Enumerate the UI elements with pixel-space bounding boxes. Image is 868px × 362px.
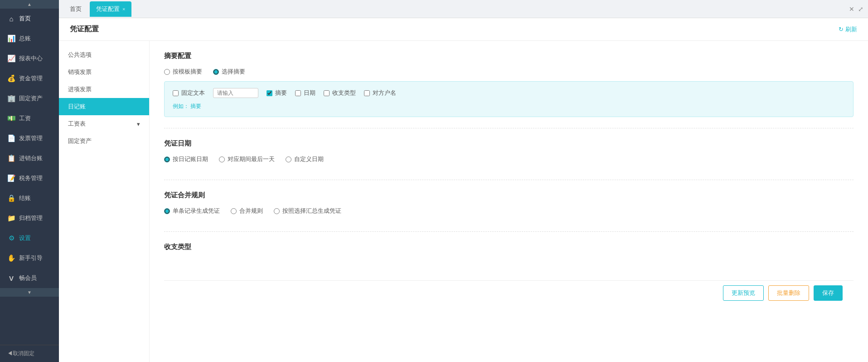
report-icon: 📈 <box>7 54 15 63</box>
footer-action-bar: 更新预览 批量删除 保存 <box>164 280 853 305</box>
ledger-icon: 📊 <box>7 34 15 43</box>
nav-item-sales-invoice[interactable]: 销项发票 <box>59 64 149 81</box>
summary-example: 例如： 摘要 <box>173 103 845 110</box>
sidebar-item-member[interactable]: V 畅会员 <box>0 268 59 288</box>
assets-icon: 🏢 <box>7 94 15 103</box>
sidebar-item-fixed-assets[interactable]: 🏢 固定资产 <box>0 88 59 108</box>
radio-single-record[interactable]: 单条记录生成凭证 <box>164 207 220 215</box>
invoice-icon: 📄 <box>7 134 15 142</box>
sidebar-item-guide[interactable]: ✋ 新手引导 <box>0 248 59 268</box>
sidebar-item-invoice-management[interactable]: 📄 发票管理 <box>0 128 59 148</box>
section-summary-config: 摘要配置 按模板摘要 选择摘要 <box>164 52 853 128</box>
sidebar-item-general-ledger[interactable]: 📊 总账 <box>0 29 59 49</box>
window-close-icon[interactable]: ✕ <box>849 5 854 13</box>
nav-item-public-options[interactable]: 公共选项 <box>59 46 149 64</box>
page-title: 凭证配置 <box>70 24 99 34</box>
sidebar-item-report-center[interactable]: 📈 报表中心 <box>0 49 59 68</box>
sidebar-item-closing[interactable]: 🔒 结账 <box>0 188 59 208</box>
voucher-merge-title: 凭证合并规则 <box>164 191 853 200</box>
voucher-date-radio-group: 按日记账日期 对应期间最后一天 自定义日期 <box>164 155 853 163</box>
tax-icon: 📝 <box>7 174 15 182</box>
sidebar: ▲ ⌂ 首页 📊 总账 📈 报表中心 💰 资金管理 🏢 固定资产 💵 工资 📄 … <box>0 0 59 362</box>
payroll-icon: 💵 <box>7 114 15 122</box>
page-content: 凭证配置 ↻ 刷新 公共选项 销项发票 进项发票 日记账 <box>59 18 868 362</box>
fixed-text-input[interactable] <box>213 88 258 98</box>
checkbox-date[interactable]: 日期 <box>295 89 315 97</box>
section-voucher-merge: 凭证合并规则 单条记录生成凭证 合并规则 按照选择汇总生成凭证 <box>164 191 853 232</box>
section-voucher-date: 凭证日期 按日记账日期 对应期间最后一天 自定义日期 <box>164 139 853 180</box>
content-layout: 公共选项 销项发票 进项发票 日记账 工资表 ▾ 固定资产 <box>59 41 868 362</box>
home-icon: ⌂ <box>7 15 15 23</box>
receipt-type-title: 收支类型 <box>164 243 853 251</box>
sidebar-item-purchase-sales[interactable]: 📋 进销台账 <box>0 148 59 168</box>
tab-bar: 首页 凭证配置 × ✕ ⤢ <box>59 0 868 18</box>
sidebar-scroll-up[interactable]: ▲ <box>0 0 59 9</box>
nav-item-fixed-assets[interactable]: 固定资产 <box>59 132 149 150</box>
tab-voucher-config[interactable]: 凭证配置 × <box>90 1 131 17</box>
radio-by-journal-date[interactable]: 按日记账日期 <box>164 155 208 163</box>
chevron-down-icon: ▾ <box>137 121 140 127</box>
guide-icon: ✋ <box>7 254 15 262</box>
purchase-icon: 📋 <box>7 154 15 162</box>
summary-config-title: 摘要配置 <box>164 52 853 60</box>
summary-radio-group: 按模板摘要 选择摘要 <box>164 68 853 76</box>
tab-window-actions: ✕ ⤢ <box>849 5 863 13</box>
nav-item-journal[interactable]: 日记账 <box>59 98 149 115</box>
sidebar-item-archive[interactable]: 📁 归档管理 <box>0 208 59 228</box>
voucher-date-title: 凭证日期 <box>164 139 853 148</box>
tab-home[interactable]: 首页 <box>63 1 88 17</box>
radio-last-day[interactable]: 对应期间最后一天 <box>219 155 275 163</box>
left-nav: 公共选项 销项发票 进项发票 日记账 工资表 ▾ 固定资产 <box>59 41 150 362</box>
sidebar-item-payroll[interactable]: 💵 工资 <box>0 108 59 128</box>
checkbox-summary[interactable]: 摘要 <box>267 89 287 97</box>
sidebar-item-settings[interactable]: ⚙ 设置 <box>0 228 59 248</box>
main-area: 首页 凭证配置 × ✕ ⤢ 凭证配置 ↻ 刷新 公共选项 <box>59 0 868 362</box>
nav-item-purchase-invoice[interactable]: 进项发票 <box>59 81 149 98</box>
right-content: 摘要配置 按模板摘要 选择摘要 <box>150 41 868 362</box>
update-preview-button[interactable]: 更新预览 <box>723 285 764 301</box>
radio-by-selection[interactable]: 按照选择汇总生成凭证 <box>274 207 341 215</box>
radio-template-summary[interactable]: 按模板摘要 <box>164 68 202 76</box>
nav-item-payroll-table[interactable]: 工资表 ▾ <box>59 115 149 132</box>
summary-config-box: 固定文本 摘要 日期 <box>164 81 853 117</box>
member-icon: V <box>7 274 15 282</box>
sidebar-item-fund-management[interactable]: 💰 资金管理 <box>0 68 59 88</box>
summary-options: 固定文本 摘要 日期 <box>173 88 845 98</box>
refresh-button[interactable]: ↻ 刷新 <box>839 25 857 34</box>
sidebar-unpin-button[interactable]: ◀取消固定 <box>0 345 59 362</box>
radio-custom-date[interactable]: 自定义日期 <box>286 155 324 163</box>
checkbox-fixed-text[interactable]: 固定文本 <box>173 89 205 97</box>
sidebar-item-home[interactable]: ⌂ 首页 <box>0 9 59 29</box>
section-receipt-type: 收支类型 <box>164 243 853 269</box>
sidebar-scroll-down[interactable]: ▼ <box>0 288 59 297</box>
archive-icon: 📁 <box>7 214 15 222</box>
checkbox-counterparty[interactable]: 对方户名 <box>364 89 396 97</box>
page-header: 凭证配置 ↻ 刷新 <box>59 18 868 41</box>
settings-icon: ⚙ <box>7 234 15 242</box>
closing-icon: 🔒 <box>7 194 15 202</box>
refresh-icon: ↻ <box>839 26 844 33</box>
voucher-merge-radio-group: 单条记录生成凭证 合并规则 按照选择汇总生成凭证 <box>164 207 853 215</box>
window-resize-icon[interactable]: ⤢ <box>858 5 863 13</box>
checkbox-receipt-type[interactable]: 收支类型 <box>324 89 356 97</box>
radio-merge-rule[interactable]: 合并规则 <box>231 207 263 215</box>
fund-icon: 💰 <box>7 74 15 83</box>
sidebar-item-tax-management[interactable]: 📝 税务管理 <box>0 168 59 188</box>
batch-delete-button[interactable]: 批量删除 <box>768 285 809 301</box>
radio-select-summary[interactable]: 选择摘要 <box>213 68 245 76</box>
tab-close-icon[interactable]: × <box>122 6 125 12</box>
save-button[interactable]: 保存 <box>814 285 843 301</box>
